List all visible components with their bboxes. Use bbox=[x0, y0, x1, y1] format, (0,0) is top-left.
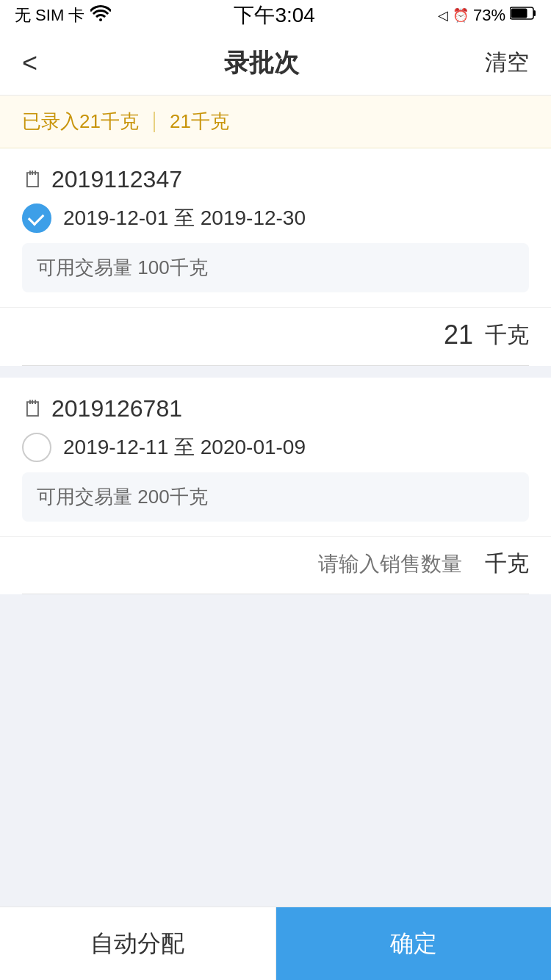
nav-bar: < 录批次 清空 bbox=[0, 31, 551, 96]
status-bar: 无 SIM 卡 下午3:04 ◁ ⏰ 73% bbox=[0, 0, 551, 31]
batch-card-2: 🗒 2019126781 2019-12-11 至 2020-01-09 可用交… bbox=[0, 378, 551, 594]
batch-id-1: 2019112347 bbox=[51, 166, 182, 193]
batch-icon-2: 🗒 bbox=[22, 397, 44, 422]
status-right: ◁ ⏰ 73% bbox=[438, 6, 536, 25]
card-separator-1 bbox=[0, 366, 551, 378]
batch-date-row-2: 2019-12-11 至 2020-01-09 bbox=[0, 422, 551, 472]
batch-input-row-2[interactable]: 千克 bbox=[0, 536, 551, 594]
svg-rect-2 bbox=[511, 9, 527, 18]
auto-distribute-button[interactable]: 自动分配 bbox=[0, 907, 276, 980]
info-divider bbox=[154, 112, 155, 132]
batch-icon-1: 🗒 bbox=[22, 167, 44, 192]
bottom-area bbox=[0, 594, 551, 873]
recorded-amount: 已录入21千克 bbox=[22, 109, 139, 134]
battery-text: 73% bbox=[473, 6, 505, 25]
batch-qty-1: 可用交易量 100千克 bbox=[22, 243, 529, 292]
confirm-button[interactable]: 确定 bbox=[276, 907, 552, 980]
radio-button-1[interactable] bbox=[22, 203, 51, 233]
location-icon: ◁ bbox=[438, 7, 448, 24]
batch-header-1: 🗒 2019112347 bbox=[0, 148, 551, 193]
batch-header-2: 🗒 2019126781 bbox=[0, 378, 551, 422]
qty-value-1: 21 bbox=[444, 320, 473, 350]
radio-button-2[interactable] bbox=[22, 433, 51, 462]
total-amount: 21千克 bbox=[170, 109, 229, 134]
batch-date-row-1: 2019-12-01 至 2019-12-30 bbox=[0, 193, 551, 243]
alarm-icon: ⏰ bbox=[453, 7, 469, 24]
content-area: 🗒 2019112347 2019-12-01 至 2019-12-30 可用交… bbox=[0, 148, 551, 873]
page-title: 录批次 bbox=[224, 46, 299, 80]
batch-date-2: 2019-12-11 至 2020-01-09 bbox=[63, 433, 306, 461]
batch-input-row-1: 21 千克 bbox=[0, 307, 551, 365]
battery-icon bbox=[510, 6, 536, 25]
status-left: 无 SIM 卡 bbox=[15, 4, 111, 26]
batch-id-2: 2019126781 bbox=[51, 395, 182, 422]
qty-unit-2: 千克 bbox=[485, 549, 529, 579]
wifi-icon bbox=[90, 5, 111, 26]
status-time: 下午3:04 bbox=[234, 1, 315, 29]
footer: 自动分配 确定 bbox=[0, 907, 551, 980]
qty-input-2[interactable] bbox=[267, 552, 473, 576]
batch-date-1: 2019-12-01 至 2019-12-30 bbox=[63, 204, 306, 232]
batch-card-1: 🗒 2019112347 2019-12-01 至 2019-12-30 可用交… bbox=[0, 148, 551, 366]
qty-unit-1: 千克 bbox=[485, 320, 529, 350]
clear-button[interactable]: 清空 bbox=[485, 48, 529, 78]
batch-qty-2: 可用交易量 200千克 bbox=[22, 472, 529, 522]
back-button[interactable]: < bbox=[22, 48, 37, 79]
sim-text: 无 SIM 卡 bbox=[15, 4, 84, 26]
info-banner: 已录入21千克 21千克 bbox=[0, 96, 551, 148]
svg-rect-1 bbox=[533, 10, 536, 16]
